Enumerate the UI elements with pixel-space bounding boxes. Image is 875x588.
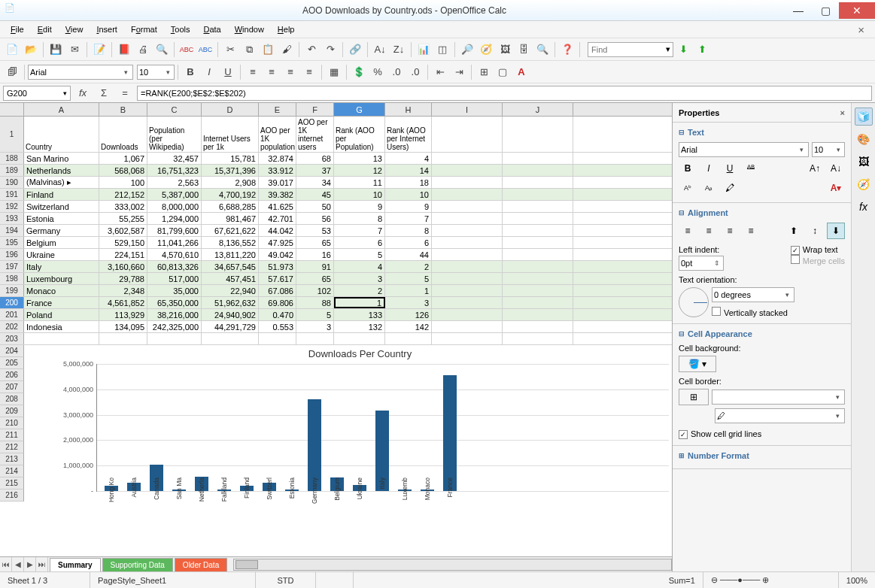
cell[interactable]: Netherlands [24,165,99,176]
cell[interactable]: 45 [296,189,334,200]
cell[interactable] [503,273,573,284]
border-color-combo[interactable]: 🖊▾ [715,408,845,423]
sb-align-left[interactable]: ≡ [679,223,697,239]
col-header-C[interactable]: C [147,103,202,116]
cell[interactable] [432,309,503,320]
pdf-icon[interactable]: 📕 [115,41,133,59]
cell[interactable]: 91 [296,261,334,272]
cell[interactable]: 16 [296,249,334,260]
cell[interactable]: 126 [385,309,432,320]
tab-supporting-data[interactable]: Supporting Data [102,558,173,571]
cell[interactable]: 7 [334,225,385,236]
cell[interactable]: 1,067 [99,153,147,164]
cell[interactable]: 18 [385,177,432,188]
sb-fontcolor-button[interactable]: A▾ [827,180,845,196]
cell[interactable] [24,333,99,344]
menu-tools[interactable]: Tools [165,23,196,35]
cell[interactable]: 35,000 [147,285,202,296]
cell[interactable]: 55,255 [99,213,147,224]
col-header-F[interactable]: F [296,103,334,116]
find-prev-icon[interactable]: ⬆ [693,41,711,59]
cell[interactable] [259,333,296,344]
show-draw-icon[interactable]: ◫ [433,41,451,59]
edit-icon[interactable]: 📝 [90,41,108,59]
cell[interactable]: 12 [334,165,385,176]
print-icon[interactable]: 🖨 [134,41,152,59]
cell[interactable] [432,273,503,284]
cell[interactable] [503,321,573,332]
currency-button[interactable]: 💲 [350,63,368,81]
cell[interactable]: 67.086 [259,285,296,296]
row-header[interactable]: 196 [0,249,24,260]
degrees-combo[interactable]: ▾ [712,287,794,302]
cell[interactable]: 242,325,000 [147,321,202,332]
new-icon[interactable]: 📄 [3,41,21,59]
redo-icon[interactable]: ↷ [321,41,339,59]
row-header[interactable]: 194 [0,225,24,236]
sum-icon[interactable]: Σ [95,84,113,102]
cell[interactable]: 2 [385,261,432,272]
find-next-icon[interactable]: ⬇ [674,41,692,59]
chart[interactable]: Downloads Per Country5,000,0004,000,0003… [24,345,672,503]
cell[interactable]: 57.617 [259,273,296,284]
cell[interactable]: France [24,297,99,308]
menu-insert[interactable]: Insert [90,23,123,35]
find-input[interactable] [588,45,664,54]
align-center-button[interactable]: ≡ [263,63,281,81]
sb-valign-top[interactable]: ⬆ [785,223,803,239]
align-left-button[interactable]: ≡ [244,63,262,81]
cell[interactable]: 16,751,323 [147,165,202,176]
sb-align-center[interactable]: ≡ [700,223,718,239]
sb-align-justify[interactable]: ≡ [742,223,760,239]
cell[interactable]: 8 [385,225,432,236]
cell[interactable]: 13,811,220 [202,249,259,260]
font-size-input[interactable] [139,68,164,77]
font-name-combo[interactable]: ▾ [28,65,133,80]
sort-asc-icon[interactable]: A↓ [371,41,389,59]
indent-spinner[interactable]: ⇕ [679,256,724,271]
cell[interactable]: 4,700,192 [202,189,259,200]
cell[interactable]: 51,962,632 [202,297,259,308]
col-header-J[interactable]: J [503,103,573,116]
merge-cells-button[interactable]: ▦ [325,63,343,81]
preview-icon[interactable]: 🔍 [153,41,171,59]
add-decimal-button[interactable]: .0 [387,63,406,81]
cell[interactable]: 8 [334,213,385,224]
cell[interactable]: 6,688,285 [202,201,259,212]
cell[interactable]: 15,781 [202,153,259,164]
cell[interactable] [503,153,573,164]
status-sum[interactable]: Sum=1 [354,572,703,588]
cell[interactable]: 29,788 [99,273,147,284]
cell[interactable] [503,237,573,248]
cell[interactable]: Estonia [24,213,99,224]
cell[interactable] [503,285,573,296]
row-header[interactable]: 190 [0,177,24,188]
open-icon[interactable]: 📂 [22,41,40,59]
cell[interactable]: 67,621,622 [202,225,259,236]
sidebar-font-combo[interactable]: ▾ [679,142,809,157]
cell[interactable]: 3,160,660 [99,261,147,272]
zoom-icon[interactable]: 🔍 [533,41,551,59]
cell[interactable]: Germany [24,225,99,236]
row-header[interactable]: 201 [0,309,24,320]
cell[interactable]: 69.806 [259,297,296,308]
maximize-button[interactable]: ▢ [812,2,839,19]
cell[interactable]: 42.701 [259,213,296,224]
cell[interactable]: Internet Users per 1k [202,117,259,152]
close-button[interactable]: ✕ [839,2,875,19]
col-header-B[interactable]: B [99,103,147,116]
row-header[interactable]: 207 [0,381,24,393]
cell[interactable]: 44,291,729 [202,321,259,332]
spreadsheet[interactable]: ABCDEFGHIJ 1CountryDownloadsPopulation (… [0,103,672,571]
sidebar-cellapp-header[interactable]: ⊟Cell Appearance [679,327,845,341]
cell[interactable]: 2,908 [202,177,259,188]
row-header[interactable]: 208 [0,393,24,405]
cell-reference[interactable]: G200▾ [3,86,71,101]
cell[interactable]: 333,002 [99,201,147,212]
tab-summary[interactable]: Summary [50,558,101,571]
row-header[interactable]: 189 [0,165,24,176]
cell[interactable]: Belgium [24,237,99,248]
cell[interactable]: 11 [334,177,385,188]
align-right-button[interactable]: ≡ [281,63,299,81]
cell[interactable]: 3 [296,321,334,332]
